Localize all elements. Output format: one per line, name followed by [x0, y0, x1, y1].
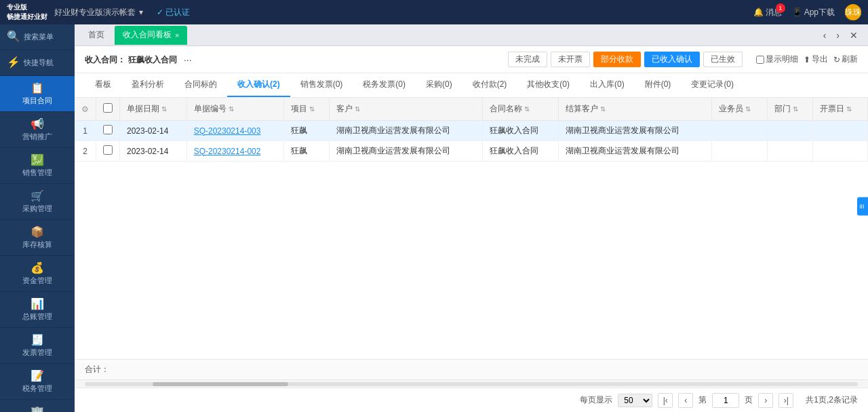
chevron-down-icon: ▾: [139, 7, 143, 17]
more-options-button[interactable]: ···: [184, 54, 192, 65]
select-all-checkbox[interactable]: [103, 103, 113, 113]
app-download-button[interactable]: 📱 App下载: [792, 7, 835, 18]
row-number[interactable]: SQ-20230214-002: [186, 141, 283, 162]
page-header: 收入合同： 狂飙收入合同 ··· 未完成 未开票 部分收款 已收入确认 已生效 …: [75, 46, 868, 73]
tab-purchase-tab[interactable]: 采购(0): [416, 73, 462, 97]
tab-receipt[interactable]: 收付款(2): [462, 73, 517, 97]
next-page-button[interactable]: ›: [758, 393, 773, 408]
row-number[interactable]: SQ-20230214-003: [186, 121, 283, 141]
settings-icon[interactable]: ⚙: [81, 105, 89, 114]
tab-income-contract[interactable]: 收入合同看板 ×: [115, 26, 187, 45]
tab-kanban[interactable]: 看板: [85, 73, 121, 97]
horizontal-scrollbar[interactable]: [75, 379, 868, 388]
status-partial-received[interactable]: 部分收款: [593, 52, 641, 67]
tab-other-income[interactable]: 其他收支(0): [517, 73, 580, 97]
sidebar-item-project[interactable]: 📋 项目合同: [0, 76, 75, 112]
sidebar-item-search[interactable]: 🔍 搜索菜单: [0, 24, 75, 50]
status-uninvoiced[interactable]: 未开票: [551, 52, 590, 67]
table-row: 1 2023-02-14 SQ-20230214-003 狂飙 湖南卫视商业运营…: [75, 121, 868, 141]
tab-warehouse[interactable]: 出入库(0): [580, 73, 635, 97]
prev-page-button[interactable]: ‹: [678, 393, 693, 408]
status-confirmed[interactable]: 已收入确认: [644, 52, 700, 67]
bell-icon: 🔔: [753, 7, 764, 17]
tab-sales-invoice[interactable]: 销售发票(0): [290, 73, 353, 97]
app-edition: 专业版: [7, 3, 47, 12]
tab-next-button[interactable]: ›: [833, 29, 843, 42]
avatar: 珠珠: [845, 4, 861, 20]
department-column-header[interactable]: 部门⇅: [767, 98, 812, 121]
per-page-select[interactable]: 50 20 100 200: [618, 394, 652, 407]
message-button[interactable]: 🔔 消息 1: [753, 7, 782, 18]
row-contract: 狂飙收入合同: [483, 141, 558, 162]
company-selector[interactable]: 好业财专业版演示帐套 ▾ ✓ 已认证: [54, 7, 747, 18]
number-column-header[interactable]: 单据编号⇅: [186, 98, 283, 121]
row-project: 狂飙: [284, 141, 330, 162]
row-index: 2: [75, 141, 96, 162]
tab-change-log[interactable]: 变更记录(0): [681, 73, 744, 97]
row-salesperson: [712, 121, 767, 141]
open-date-column-header[interactable]: 开票日⇅: [812, 98, 867, 121]
inventory-icon: 📦: [31, 225, 44, 238]
row-checkbox[interactable]: [103, 125, 113, 134]
sort-project-icon: ⇅: [309, 105, 315, 113]
row-closing-customer: 湖南卫视商业运营发展有限公司: [558, 121, 711, 141]
tab-tax-invoice[interactable]: 税务发票(0): [353, 73, 416, 97]
row-checkbox[interactable]: [103, 145, 113, 155]
sidebar-tax-label: 税务管理: [22, 383, 52, 394]
contract-column-header[interactable]: 合同名称⇅: [483, 98, 558, 121]
sidebar-item-finance[interactable]: 💰 资金管理: [0, 256, 75, 292]
tab-prev-button[interactable]: ‹: [820, 29, 830, 42]
per-page-label: 每页显示: [580, 394, 612, 406]
sidebar-invoice-label: 发票管理: [22, 348, 52, 358]
last-page-button[interactable]: ›|: [778, 393, 793, 408]
scrollbar-thumb[interactable]: [153, 382, 288, 386]
first-page-button[interactable]: |‹: [658, 393, 673, 408]
date-column-header[interactable]: 单据日期⇅: [120, 98, 187, 121]
sidebar-item-nav[interactable]: ⚡ 快捷导航: [0, 50, 75, 76]
tax-icon: 📝: [31, 369, 44, 382]
checkbox-column-header: [96, 98, 120, 121]
scrollbar-track[interactable]: [85, 382, 858, 386]
tabbar: 首页 收入合同看板 × ‹ › ✕: [75, 24, 868, 46]
tab-home[interactable]: 首页: [81, 26, 111, 45]
row-open-date: [812, 141, 867, 162]
tab-income-confirm[interactable]: 收入确认(2): [227, 73, 290, 97]
status-incomplete[interactable]: 未完成: [508, 52, 547, 67]
tab-label: 收入合同看板: [123, 29, 172, 41]
show-detail-button[interactable]: 显示明细: [756, 54, 798, 65]
sort-date-icon: ⇅: [161, 105, 167, 113]
row-checkbox-cell: [96, 121, 120, 141]
sidebar-item-invoice[interactable]: 🧾 发票管理: [0, 328, 75, 364]
sidebar-item-accounting[interactable]: 📊 总账管理: [0, 292, 75, 328]
sidebar-project-label: 项目合同: [22, 96, 52, 106]
tab-profit[interactable]: 盈利分析: [121, 73, 174, 97]
tab-contract-standard[interactable]: 合同标的: [174, 73, 227, 97]
tab-close-button[interactable]: ×: [175, 31, 179, 39]
show-detail-checkbox[interactable]: [756, 56, 764, 64]
status-effective[interactable]: 已生效: [703, 52, 743, 67]
sidebar-item-purchase[interactable]: 🛒 采购管理: [0, 184, 75, 220]
salesperson-column-header[interactable]: 业务员⇅: [712, 98, 767, 121]
row-department: [767, 141, 812, 162]
sort-contract-icon: ⇅: [524, 105, 530, 113]
sidebar-marketing-label: 营销推广: [22, 132, 52, 142]
sidebar-item-assets[interactable]: 🏢 固定资产: [0, 400, 75, 412]
right-float-button[interactable]: ≡: [857, 197, 868, 215]
project-column-header[interactable]: 项目⇅: [284, 98, 330, 121]
user-menu[interactable]: 珠珠: [845, 4, 861, 20]
refresh-button[interactable]: ↻ 刷新: [833, 54, 858, 65]
table-footer: 合计：: [75, 359, 868, 379]
closing-customer-column-header[interactable]: 结算客户⇅: [558, 98, 711, 121]
page-input[interactable]: [712, 393, 739, 408]
marketing-icon: 📢: [31, 117, 44, 130]
tab-close-all-button[interactable]: ✕: [846, 29, 861, 42]
contract-label: 收入合同：: [85, 55, 125, 64]
sidebar-item-sales[interactable]: 💹 销售管理: [0, 148, 75, 184]
row-checkbox-cell: [96, 141, 120, 162]
customer-column-header[interactable]: 客户⇅: [330, 98, 483, 121]
sidebar-item-tax[interactable]: 📝 税务管理: [0, 364, 75, 400]
export-button[interactable]: ⬆ 导出: [804, 54, 828, 65]
tab-attachments[interactable]: 附件(0): [635, 73, 682, 97]
sidebar-item-marketing[interactable]: 📢 营销推广: [0, 112, 75, 148]
sidebar-item-inventory[interactable]: 📦 库存核算: [0, 220, 75, 256]
